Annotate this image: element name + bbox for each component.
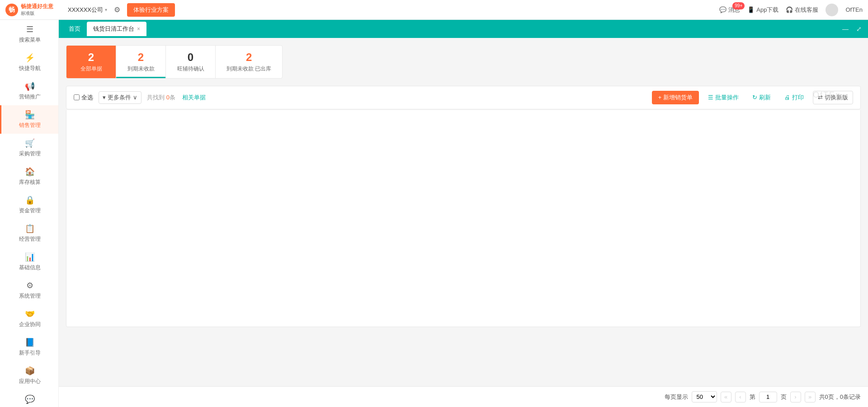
app-download-icon: 📱 — [747, 6, 755, 13]
username: OfTEn — [845, 6, 863, 13]
sidebar-label-system: 系统管理 — [19, 292, 41, 300]
total-info: 共0页，0条记录 — [819, 393, 861, 401]
settings-button[interactable]: ⚙ — [111, 4, 123, 16]
sidebar-item-system[interactable]: ⚙ 系统管理 — [0, 276, 58, 304]
sidebar-label-finance: 资金管理 — [19, 207, 41, 215]
sidebar-item-enterprise[interactable]: 🤝 企业协同 — [0, 304, 58, 333]
first-page-button[interactable]: « — [721, 392, 731, 402]
refresh-button[interactable]: ↻ 刷新 — [748, 92, 775, 103]
found-count: 0 — [166, 94, 170, 101]
page-size-select[interactable]: 50 10 20 100 — [692, 391, 717, 402]
tab-workbench-label: 钱货日清工作台 — [93, 25, 134, 33]
logo-subtitle: 标准版 — [21, 10, 53, 17]
filter-button[interactable]: ▾ 更多条件 ∨ — [99, 91, 142, 104]
tab-maximize-button[interactable]: ⤢ — [854, 23, 864, 34]
sidebar-item-inventory[interactable]: 🏠 库存核算 — [0, 162, 58, 191]
stat-label-all: 全部单据 — [77, 65, 105, 73]
online-service-button[interactable]: 🎧 在线客服 — [786, 6, 818, 14]
avatar[interactable] — [826, 4, 838, 16]
stat-number-all: 2 — [77, 51, 105, 64]
sidebar-item-sales[interactable]: 🏪 销售管理 — [0, 105, 58, 134]
marketing-icon: 📢 — [25, 81, 35, 91]
stat-label-unshipped: 到期未收款 已出库 — [226, 65, 271, 73]
switch-icon: ⇄ — [818, 94, 823, 101]
sidebar-label-base-info: 基础信息 — [19, 264, 41, 271]
switch-label: 切换新版 — [825, 94, 848, 102]
messages-badge: 99+ — [732, 2, 745, 9]
tab-minimize-button[interactable]: — — [840, 23, 851, 34]
stats-row: 2 全部单据 2 到期未收款 0 旺辅待确认 2 到期未收款 已出库 — [66, 45, 283, 79]
sidebar-item-finance[interactable]: 🔒 资金管理 — [0, 191, 58, 219]
sidebar-item-enterprise-wechat[interactable]: 💬 企业微信 — [0, 390, 58, 407]
tab-close-icon[interactable]: × — [137, 26, 140, 32]
filter-icon: ▾ — [103, 94, 106, 101]
sidebar-label-quick-nav: 快捷导航 — [19, 65, 41, 72]
tab-bar: 首页 钱货日清工作台 × — ⤢ — [59, 20, 868, 38]
select-all-label: 全选 — [81, 94, 93, 102]
sidebar: ☰ 搜索菜单 ⚡ 快捷导航 📢 营销推广 🏪 销售管理 🛒 采购管理 🏠 库存核… — [0, 20, 59, 407]
logo-name: 畅捷通好生意 — [21, 3, 53, 10]
sidebar-item-quick-nav[interactable]: ⚡ 快捷导航 — [0, 48, 58, 77]
online-service-icon: 🎧 — [786, 6, 793, 13]
related-orders-button[interactable]: 相关单据 — [182, 94, 206, 102]
tab-home[interactable]: 首页 — [62, 22, 87, 36]
stat-card-all[interactable]: 2 全部单据 — [66, 46, 116, 78]
page-size-label: 每页显示 — [665, 393, 688, 401]
online-service-label: 在线客服 — [795, 6, 818, 14]
company-name: XXXXXX公司 — [68, 6, 103, 14]
stat-label-wangpu: 旺辅待确认 — [177, 65, 204, 73]
app-download-button[interactable]: 📱 App下载 — [747, 6, 778, 14]
toolbar: 全选 ▾ 更多条件 ∨ 共找到 0条 相关单据 + 新增销货单 ☰ 批量操作 ↻… — [66, 86, 861, 109]
prev-page-button[interactable]: ‹ — [735, 392, 746, 402]
print-label: 打印 — [792, 94, 804, 102]
tab-workbench[interactable]: 钱货日清工作台 × — [87, 22, 146, 36]
switch-version-button[interactable]: ⇄ 切换新版 — [813, 91, 853, 104]
main-content: 2 全部单据 2 到期未收款 0 旺辅待确认 2 到期未收款 已出库 全选 ▾ … — [59, 38, 868, 407]
sidebar-item-operations[interactable]: 📋 经营管理 — [0, 219, 58, 248]
stat-number-unshipped: 2 — [226, 51, 271, 64]
stat-card-unshipped[interactable]: 2 到期未收款 已出库 — [216, 46, 282, 78]
sidebar-item-marketing[interactable]: 📢 营销推广 — [0, 77, 58, 105]
refresh-label: 刷新 — [759, 94, 771, 102]
sidebar-label-operations: 经营管理 — [19, 235, 41, 243]
print-button[interactable]: 🖨 打印 — [780, 92, 808, 103]
search-menu-icon: ☰ — [26, 24, 33, 34]
stat-card-wangpu[interactable]: 0 旺辅待确认 — [166, 46, 216, 78]
sidebar-item-app-center[interactable]: 📦 应用中心 — [0, 361, 58, 390]
guide-icon: 📘 — [25, 337, 35, 347]
company-selector[interactable]: XXXXXX公司 ▾ — [64, 6, 111, 14]
sidebar-item-purchase[interactable]: 🛒 采购管理 — [0, 134, 58, 162]
base-info-icon: 📊 — [25, 252, 35, 262]
sidebar-label-enterprise: 企业协同 — [19, 321, 41, 328]
batch-label: 批量操作 — [715, 94, 739, 102]
batch-icon: ☰ — [708, 94, 713, 101]
page-label: 第 — [750, 393, 755, 401]
system-icon: ⚙ — [26, 281, 33, 290]
stat-card-overdue[interactable]: 2 到期未收款 — [116, 46, 166, 78]
experience-button[interactable]: 体验行业方案 — [127, 3, 175, 17]
logo-icon: 畅 — [5, 4, 18, 16]
page-suffix: 页 — [781, 393, 787, 401]
app-download-label: App下载 — [756, 6, 778, 14]
sidebar-label-purchase: 采购管理 — [19, 150, 41, 158]
sidebar-label-sales: 销售管理 — [19, 122, 41, 129]
pagination: 每页显示 50 10 20 100 « ‹ 第 页 › » 共0页，0条记录 — [59, 386, 868, 407]
add-sales-order-button[interactable]: + 新增销货单 — [652, 91, 699, 104]
page-number-input[interactable] — [759, 392, 777, 402]
sidebar-item-base-info[interactable]: 📊 基础信息 — [0, 248, 58, 276]
sidebar-label-guide: 新手引导 — [19, 349, 41, 357]
select-all-checkbox[interactable]: 全选 — [74, 94, 93, 102]
message-icon: 💬 — [719, 6, 726, 13]
filter-arrow-icon: ∨ — [133, 94, 137, 101]
finance-icon: 🔒 — [25, 195, 35, 205]
select-all-input[interactable] — [74, 94, 80, 100]
next-page-button[interactable]: › — [790, 392, 801, 402]
stat-number-wangpu: 0 — [177, 51, 204, 64]
sidebar-item-guide[interactable]: 📘 新手引导 — [0, 333, 58, 361]
messages-button[interactable]: 💬 消息 99+ — [719, 6, 740, 14]
sidebar-item-search-menu[interactable]: ☰ 搜索菜单 — [0, 20, 58, 48]
header-right: 💬 消息 99+ 📱 App下载 🎧 在线客服 OfTEn — [719, 4, 863, 16]
batch-operations-button[interactable]: ☰ 批量操作 — [703, 92, 743, 103]
last-page-button[interactable]: » — [805, 392, 816, 402]
toolbar-right: + 新增销货单 ☰ 批量操作 ↻ 刷新 🖨 打印 ⇄ 切换新版 — [652, 91, 853, 104]
